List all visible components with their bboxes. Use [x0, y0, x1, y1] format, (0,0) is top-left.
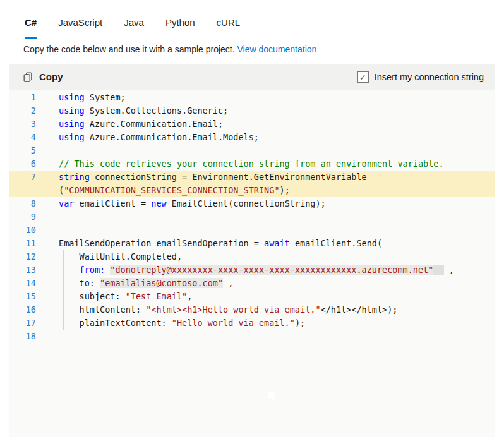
code-line: 17 plainTextContent: "Hello world via em… [9, 316, 495, 330]
code-content: // This code retrieves your connection s… [36, 157, 495, 171]
code-line: 16 htmlContent: "<html><h1>Hello world v… [9, 303, 495, 316]
code-line: 5 [9, 144, 495, 157]
code-content: using System; [36, 91, 495, 104]
line-number: 18 [9, 330, 36, 343]
code-content: from: "donotreply@xxxxxxxx-xxxx-xxxx-xxx… [36, 263, 495, 277]
line-number: 16 [9, 303, 36, 316]
line-number: 2 [9, 104, 36, 118]
copy-icon [22, 71, 33, 83]
code-line: 15 subject: "Test Email", [9, 290, 495, 303]
code-line: 8var emailClient = new EmailClient(conne… [9, 197, 495, 210]
code-line: ("COMMUNICATION_SERVICES_CONNECTION_STRI… [9, 184, 495, 197]
code-content: WaitUntil.Completed, [36, 250, 495, 263]
tab-javascript[interactable]: JavaScript [58, 17, 102, 39]
cursor-artifact [268, 392, 275, 399]
line-number: 8 [9, 197, 36, 210]
code-sample-panel: C# JavaScript Java Python cURL Copy the … [9, 8, 495, 437]
insert-connection-string-checkbox[interactable]: ✓ Insert my connection string [357, 71, 484, 83]
code-editor: 1using System;2using System.Collections.… [9, 90, 495, 437]
tab-java[interactable]: Java [124, 17, 144, 39]
code-toolbar: Copy ✓ Insert my connection string [9, 64, 495, 90]
line-number: 11 [9, 237, 36, 250]
indent-guide [63, 263, 64, 277]
checkbox-label: Insert my connection string [375, 72, 484, 82]
line-number: 5 [9, 144, 36, 157]
checkbox-checked-icon[interactable]: ✓ [357, 71, 369, 83]
line-number: 12 [9, 250, 36, 263]
code-line: 9 [9, 210, 495, 224]
code-line: 12 WaitUntil.Completed, [9, 250, 495, 263]
code-line: 18 [9, 330, 495, 343]
view-documentation-link[interactable]: View documentation [237, 44, 317, 54]
code-lines: 1using System;2using System.Collections.… [9, 91, 495, 343]
code-line: 7string connectionString = Environment.G… [9, 171, 495, 184]
line-number: 7 [9, 171, 36, 184]
line-number [9, 184, 36, 197]
line-number: 10 [9, 224, 36, 237]
line-number: 1 [9, 91, 36, 104]
code-content: EmailSendOperation emailSendOperation = … [36, 237, 495, 250]
indent-guide [63, 303, 64, 316]
line-number: 6 [9, 157, 36, 171]
code-line: 11EmailSendOperation emailSendOperation … [9, 237, 495, 250]
code-line: 3using Azure.Communication.Email; [9, 118, 495, 131]
tab-python[interactable]: Python [165, 17, 195, 39]
code-line: 4using Azure.Communication.Email.Models; [9, 131, 495, 144]
copy-button[interactable]: Copy [22, 71, 63, 83]
code-line: 1using System; [9, 91, 495, 104]
code-content: using System.Collections.Generic; [36, 104, 495, 118]
code-line: 13 from: "donotreply@xxxxxxxx-xxxx-xxxx-… [9, 263, 495, 277]
code-content: ("COMMUNICATION_SERVICES_CONNECTION_STRI… [36, 184, 495, 197]
line-number: 3 [9, 118, 36, 131]
code-line: 2using System.Collections.Generic; [9, 104, 495, 118]
copy-button-label: Copy [39, 71, 63, 82]
line-number: 4 [9, 131, 36, 144]
code-content: var emailClient = new EmailClient(connec… [36, 197, 495, 210]
line-number: 15 [9, 290, 36, 303]
indent-guide [63, 277, 64, 290]
line-number: 9 [9, 210, 36, 224]
indent-guide [63, 250, 64, 263]
language-tab-bar: C# JavaScript Java Python cURL [9, 8, 495, 39]
line-number: 17 [9, 316, 36, 330]
code-content [36, 330, 495, 343]
code-line: 6// This code retrieves your connection … [9, 157, 495, 171]
code-content: using Azure.Communication.Email; [36, 118, 495, 131]
code-content: plainTextContent: "Hello world via email… [36, 316, 495, 330]
description-text: Copy the code below and use it with a sa… [23, 44, 235, 54]
code-content [36, 210, 495, 224]
code-line: 10 [9, 224, 495, 237]
code-content: subject: "Test Email", [36, 290, 495, 303]
code-content [36, 224, 495, 237]
code-content [36, 144, 495, 157]
tab-curl[interactable]: cURL [217, 17, 241, 39]
code-content: to: "emailalias@contoso.com" , [36, 277, 495, 290]
description-row: Copy the code below and use it with a sa… [9, 39, 495, 64]
indent-guide [63, 316, 64, 330]
code-line: 14 to: "emailalias@contoso.com" , [9, 277, 495, 290]
tab-csharp[interactable]: C# [25, 17, 37, 39]
code-content: string connectionString = Environment.Ge… [36, 171, 495, 184]
indent-guide [63, 290, 64, 303]
line-number: 13 [9, 263, 36, 277]
code-content: using Azure.Communication.Email.Models; [36, 131, 495, 144]
code-content: htmlContent: "<html><h1>Hello world via … [36, 303, 495, 316]
line-number: 14 [9, 277, 36, 290]
